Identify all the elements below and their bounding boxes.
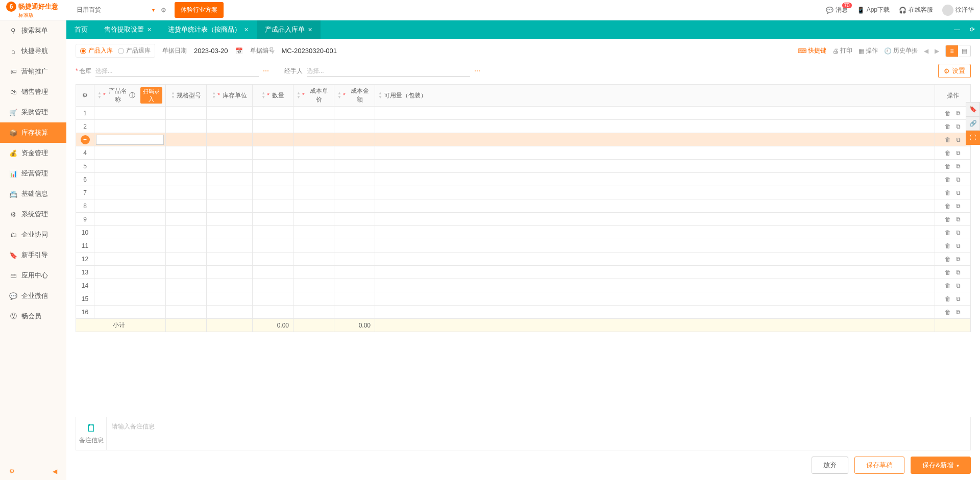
table-row[interactable]: 7🗑⧉ (76, 186, 971, 199)
radio-product-in[interactable]: 产品入库 (80, 46, 113, 55)
delete-row-icon[interactable]: 🗑 (945, 269, 951, 276)
calendar-icon[interactable]: 📅 (235, 47, 243, 55)
view-list[interactable]: ≡ (946, 45, 958, 57)
tab-3[interactable]: 产成品入库单✕ (257, 20, 321, 39)
copy-row-icon[interactable]: ⧉ (956, 282, 961, 289)
operator-input[interactable] (307, 66, 470, 77)
col-amount[interactable]: 成本金额 (348, 87, 372, 104)
table-row[interactable]: 2🗑⧉ (76, 120, 971, 133)
table-row[interactable]: 10🗑⧉ (76, 226, 971, 239)
messages-link[interactable]: 💬 消息 70 (826, 6, 848, 14)
col-price[interactable]: 成本单价 (307, 87, 331, 104)
copy-row-icon[interactable]: ⧉ (956, 163, 961, 170)
close-icon[interactable]: ✕ (308, 27, 312, 33)
support-link[interactable]: 🎧 在线客服 (899, 6, 933, 14)
tab-0[interactable]: 首页 (66, 20, 96, 39)
operator-more[interactable]: ⋯ (474, 67, 480, 74)
delete-row-icon[interactable]: 🗑 (945, 216, 951, 223)
col-qty[interactable]: 数量 (272, 91, 284, 100)
tab-1[interactable]: 售价提取设置✕ (96, 20, 160, 39)
table-row[interactable]: 9🗑⧉ (76, 213, 971, 226)
delete-row-icon[interactable]: 🗑 (945, 189, 951, 196)
copy-row-icon[interactable]: ⧉ (956, 123, 961, 130)
sidebar-item-12[interactable]: 🗃应用中心 (0, 265, 66, 286)
delete-row-icon[interactable]: 🗑 (945, 242, 951, 249)
copy-row-icon[interactable]: ⧉ (956, 189, 961, 196)
dock-link[interactable]: 🔗 (966, 116, 980, 131)
view-card[interactable]: ▤ (958, 45, 970, 57)
sidebar-item-7[interactable]: 📊经营管理 (0, 163, 66, 184)
sidebar-item-10[interactable]: 🗂企业协同 (0, 224, 66, 245)
config-header-icon[interactable]: ⚙ (82, 92, 88, 99)
discard-button[interactable]: 放弃 (812, 457, 848, 474)
settings-gear-icon[interactable]: ⚙ (9, 468, 15, 475)
delete-row-icon[interactable]: 🗑 (945, 282, 951, 289)
print-link[interactable]: 🖨打印 (832, 46, 852, 55)
sidebar-item-4[interactable]: 🛒采购管理 (0, 102, 66, 122)
sidebar-item-13[interactable]: 💬企业微信 (0, 286, 66, 306)
tab-refresh[interactable]: ⟳ (965, 20, 980, 39)
help-icon[interactable]: ⓘ (129, 91, 135, 100)
tab-2[interactable]: 进货单统计表（按商品）✕ (160, 20, 257, 39)
table-row[interactable]: +🗑⧉ (76, 133, 971, 146)
sidebar-item-2[interactable]: 🏷营销推广 (0, 61, 66, 82)
sidebar-item-8[interactable]: 📇基础信息 (0, 184, 66, 204)
copy-row-icon[interactable]: ⧉ (956, 149, 961, 157)
table-row[interactable]: 1🗑⧉ (76, 107, 971, 120)
prev-doc[interactable]: ◀ (924, 47, 928, 55)
delete-row-icon[interactable]: 🗑 (945, 203, 951, 210)
delete-row-icon[interactable]: 🗑 (945, 149, 951, 157)
table-row[interactable]: 8🗑⧉ (76, 199, 971, 213)
table-row[interactable]: 14🗑⧉ (76, 279, 971, 292)
col-name[interactable]: 产品名称 (108, 87, 128, 104)
copy-row-icon[interactable]: ⧉ (956, 256, 961, 263)
copy-row-icon[interactable]: ⧉ (956, 176, 961, 183)
delete-row-icon[interactable]: 🗑 (945, 229, 951, 236)
table-row[interactable]: 12🗑⧉ (76, 252, 971, 266)
delete-row-icon[interactable]: 🗑 (945, 295, 951, 302)
table-row[interactable]: 15🗑⧉ (76, 292, 971, 306)
sidebar-item-0[interactable]: ⚲搜索菜单 (0, 20, 66, 41)
close-icon[interactable]: ✕ (244, 27, 249, 33)
table-row[interactable]: 13🗑⧉ (76, 266, 971, 279)
app-download-link[interactable]: 📱 App下载 (857, 6, 890, 14)
sidebar-item-14[interactable]: Ⓥ畅会员 (0, 306, 66, 326)
sidebar-item-5[interactable]: 📦库存核算 (0, 122, 66, 143)
copy-row-icon[interactable]: ⧉ (956, 242, 961, 249)
radio-product-out[interactable]: 产品退库 (118, 46, 151, 55)
delete-row-icon[interactable]: 🗑 (945, 136, 951, 143)
copy-row-icon[interactable]: ⧉ (956, 269, 961, 276)
table-row[interactable]: 6🗑⧉ (76, 173, 971, 186)
save-draft-button[interactable]: 保存草稿 (854, 457, 904, 474)
history-link[interactable]: 🕘历史单据 (884, 46, 918, 55)
delete-row-icon[interactable]: 🗑 (945, 123, 951, 130)
dock-tag[interactable]: 🔖 (966, 102, 980, 116)
sidebar-item-3[interactable]: 🛍销售管理 (0, 82, 66, 102)
copy-row-icon[interactable]: ⧉ (956, 309, 961, 316)
close-icon[interactable]: ✕ (147, 27, 152, 33)
tab-minimize[interactable]: — (949, 20, 965, 39)
col-unit[interactable]: 库存单位 (223, 91, 247, 100)
table-row[interactable]: 4🗑⧉ (76, 146, 971, 160)
copy-row-icon[interactable]: ⧉ (956, 110, 961, 117)
sidebar-item-6[interactable]: 💰资金管理 (0, 143, 66, 163)
category-selector[interactable]: 日用百货 ▾ (77, 6, 155, 14)
copy-row-icon[interactable]: ⧉ (956, 229, 961, 236)
add-row-icon[interactable]: + (81, 135, 90, 144)
table-row[interactable]: 5🗑⧉ (76, 160, 971, 173)
collapse-icon[interactable]: ◀ (53, 468, 57, 475)
trial-button[interactable]: 体验行业方案 (175, 2, 224, 18)
copy-row-icon[interactable]: ⧉ (956, 136, 961, 143)
sidebar-item-11[interactable]: 🔖新手引导 (0, 245, 66, 265)
warehouse-input[interactable] (95, 66, 259, 77)
product-name-input[interactable] (96, 135, 163, 145)
copy-row-icon[interactable]: ⧉ (956, 295, 961, 302)
operate-link[interactable]: ▦操作 (859, 46, 878, 55)
table-row[interactable]: 16🗑⧉ (76, 306, 971, 319)
table-row[interactable]: 11🗑⧉ (76, 239, 971, 252)
warehouse-more[interactable]: ⋯ (263, 67, 269, 74)
copy-row-icon[interactable]: ⧉ (956, 216, 961, 223)
remark-input[interactable] (107, 417, 970, 450)
delete-row-icon[interactable]: 🗑 (945, 110, 951, 117)
col-avail[interactable]: 可用量（包装） (384, 91, 427, 100)
